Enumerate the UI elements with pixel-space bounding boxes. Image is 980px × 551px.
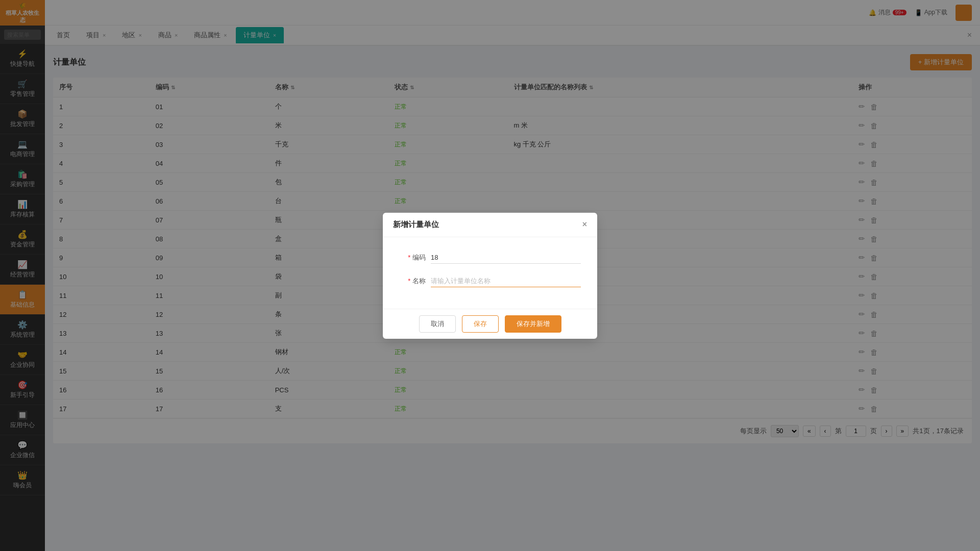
save-button[interactable]: 保存 [462,315,499,333]
modal-close-button[interactable]: × [582,220,587,229]
modal-footer: 取消 保存 保存并新增 [383,309,597,339]
name-input[interactable] [431,275,581,287]
modal: 新增计量单位 × * 编码 * 名称 取消 保存 保存并新增 [383,213,597,339]
code-required-star: * [408,254,410,261]
code-label: * 编码 [399,253,426,262]
name-form-row: * 名称 [399,275,581,287]
cancel-button[interactable]: 取消 [419,315,456,333]
modal-body: * 编码 * 名称 [383,237,597,309]
name-label: * 名称 [399,277,426,286]
code-input[interactable] [431,252,581,264]
modal-overlay[interactable]: 新增计量单位 × * 编码 * 名称 取消 保存 保存并新增 [0,0,980,551]
save-new-button[interactable]: 保存并新增 [505,315,561,333]
code-form-row: * 编码 [399,252,581,264]
name-required-star: * [408,277,410,285]
modal-title: 新增计量单位 [393,220,439,230]
modal-header: 新增计量单位 × [383,213,597,237]
